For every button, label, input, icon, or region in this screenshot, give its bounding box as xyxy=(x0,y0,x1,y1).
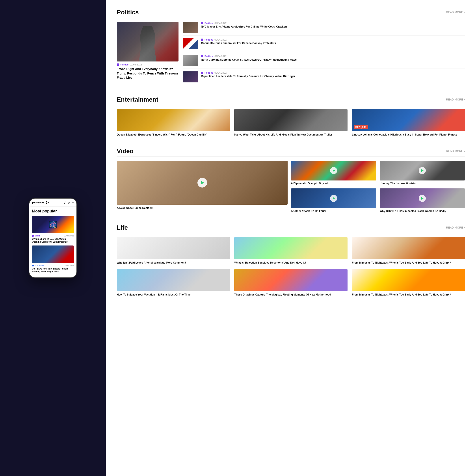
video-play-btn-3[interactable] xyxy=(330,195,337,202)
politics-sidebar-title-2[interactable]: GoFundMe Ends Fundraiser For Canada Conv… xyxy=(201,42,276,45)
politics-sidebar-meta-4: Politics 02/04/2022 xyxy=(201,71,295,74)
politics-sidebar-dot-3 xyxy=(201,55,203,57)
ent-title-3: Lindsay Lohan's Comeback Is Hilariously … xyxy=(352,133,465,137)
life-item-2[interactable]: What Is 'Rejection Sensitive Dysphoria' … xyxy=(234,237,347,265)
price-badge: $175,000 xyxy=(354,125,368,129)
life-grid: Why Isn't Paid Leave After Miscarriage M… xyxy=(117,237,465,297)
video-side-item-1[interactable]: A Diplomatic Olympic Boycott xyxy=(291,161,376,185)
phone-article-2-title[interactable]: U.S. Says New Intel Shows Russia Plottin… xyxy=(32,267,74,273)
video-side-item-4[interactable]: Why COVID-19 Has Impacted Black Women So… xyxy=(380,188,465,213)
politics-sidebar-cat-1: Politics xyxy=(204,22,213,24)
politics-sidebar-title-4[interactable]: Republican Leaders Vote To Formally Cens… xyxy=(201,75,295,78)
video-side-item-2[interactable]: Hunting The Insurrectionists xyxy=(380,161,465,185)
politics-sidebar-item-2[interactable]: Politics 02/04/2022 GoFundMe Ends Fundra… xyxy=(183,38,465,52)
politics-sidebar-cat-3: Politics xyxy=(204,55,213,57)
politics-main-date: 02/04/2022 xyxy=(130,63,142,66)
phone-article-1-meta: Sport 02/04/2022 xyxy=(32,235,74,237)
politics-sidebar-meta-3: Politics 02/04/2022 xyxy=(201,55,297,57)
life-item-3[interactable]: From Mimosas To Nightcaps, When's Too Ea… xyxy=(352,237,465,265)
politics-main-category-label: Politics xyxy=(120,63,128,66)
video-thumb-2 xyxy=(380,161,465,181)
life-item-4[interactable]: How To Salvage Your Vacation If It Rains… xyxy=(117,269,230,297)
ent-item-3[interactable]: $175,000 Lindsay Lohan's Comeback Is Hil… xyxy=(352,109,465,137)
ent-image-1 xyxy=(117,109,230,131)
video-play-btn-1[interactable] xyxy=(330,167,337,174)
politics-sidebar-item-4[interactable]: Politics 02/04/2022 Republican Leaders V… xyxy=(183,71,465,85)
politics-sidebar-thumb-3 xyxy=(183,55,198,66)
politics-sidebar-meta-2: Politics 02/04/2022 xyxy=(201,38,276,41)
politics-main-category: Politics xyxy=(117,63,128,66)
politics-read-more[interactable]: READ MORE › xyxy=(446,11,465,14)
politics-sidebar-item-3[interactable]: Politics 02/04/2022 North Carolina Supre… xyxy=(183,55,465,69)
search-icon[interactable]: ☌ xyxy=(64,201,66,204)
politics-sidebar-item-1[interactable]: Politics 02/04/2022 NYC Mayor Eric Adams… xyxy=(183,22,465,36)
user-icon[interactable]: ☺ xyxy=(67,201,70,204)
politics-title: Politics xyxy=(117,9,139,16)
life-image-1 xyxy=(117,237,230,259)
phone-header: ▮HUFFPOSTI ☌ ☺ ≡ xyxy=(29,199,76,207)
politics-grid: Politics 02/04/2022 'I Was Right And Eve… xyxy=(117,22,465,85)
politics-main-image xyxy=(117,22,178,62)
politics-sidebar-thumb-1 xyxy=(183,22,198,33)
video-side-title-2: Hunting The Insurrectionists xyxy=(380,182,465,185)
video-thumb-1 xyxy=(291,161,376,181)
life-image-6 xyxy=(352,269,465,291)
politics-section-header: Politics READ MORE › xyxy=(117,9,465,18)
life-title-2: What Is 'Rejection Sensitive Dysphoria' … xyxy=(234,261,347,265)
video-section: Video READ MORE › A New White House Resi… xyxy=(117,148,465,213)
video-read-more[interactable]: READ MORE › xyxy=(446,150,465,153)
politics-sidebar-date-2: 02/04/2022 xyxy=(214,38,226,41)
play-triangle-small-2 xyxy=(421,169,424,172)
phone-article-1[interactable]: Sport 02/04/2022 Olympic Fans In U.S. Ca… xyxy=(32,216,74,243)
politics-sidebar-content-2: Politics 02/04/2022 GoFundMe Ends Fundra… xyxy=(201,38,276,45)
video-grid: A New White House Resident A Diplomatic … xyxy=(117,161,465,213)
life-title-5: These Drawings Capture The Magical, Flee… xyxy=(234,293,347,297)
phone-article-1-date: 02/04/2022 xyxy=(64,235,74,237)
ent-item-1[interactable]: Queen Elizabeth Expresses 'Sincere Wish'… xyxy=(117,109,230,137)
life-item-5[interactable]: These Drawings Capture The Magical, Flee… xyxy=(234,269,347,297)
ent-item-2[interactable]: Kanye West Talks About His Life And 'God… xyxy=(234,109,347,137)
life-image-5 xyxy=(234,269,347,291)
entertainment-grid: Queen Elizabeth Expresses 'Sincere Wish'… xyxy=(117,109,465,137)
video-side-title-3: Another Attack On Dr. Fauci xyxy=(291,210,376,213)
politics-sidebar-title-3[interactable]: North Carolina Supreme Court Strikes Dow… xyxy=(201,58,297,62)
entertainment-read-more-arrow: › xyxy=(464,98,465,101)
politics-sidebar-meta-1: Politics 02/04/2022 xyxy=(201,22,288,24)
video-title: Video xyxy=(117,148,134,155)
politics-sidebar-thumb-2 xyxy=(183,38,198,49)
video-main-item[interactable]: A New White House Resident xyxy=(117,161,288,213)
entertainment-read-more[interactable]: READ MORE › xyxy=(446,98,465,101)
phone-article-1-title[interactable]: Olympic Fans In U.S. Can Watch Opening C… xyxy=(32,238,74,243)
trump-silhouette xyxy=(137,26,159,62)
life-title-6: From Mimosas To Nightcaps, When's Too Ea… xyxy=(352,293,465,297)
politics-main-article[interactable]: Politics 02/04/2022 'I Was Right And Eve… xyxy=(117,22,178,85)
news-content-panel: Politics READ MORE › Politics 02/04/2022 xyxy=(106,0,476,476)
life-section-header: Life READ MORE › xyxy=(117,224,465,233)
life-image-4 xyxy=(117,269,230,291)
video-main-play-button[interactable] xyxy=(197,178,207,187)
phone-logo: ▮HUFFPOSTI xyxy=(32,201,49,204)
life-item-6[interactable]: From Mimosas To Nightcaps, When's Too Ea… xyxy=(352,269,465,297)
life-read-more[interactable]: READ MORE › xyxy=(446,226,465,229)
phone-article-2[interactable]: U.S. News 02/04/2022 U.S. Says New Intel… xyxy=(32,245,74,273)
ent-title-1: Queen Elizabeth Expresses 'Sincere Wish'… xyxy=(117,133,230,137)
politics-main-title[interactable]: 'I Was Right And Everybody Knows It': Tr… xyxy=(117,67,178,80)
politics-sidebar-title-1[interactable]: NYC Mayor Eric Adams Apologizes For Call… xyxy=(201,25,288,29)
life-title: Life xyxy=(117,224,128,231)
menu-icon[interactable]: ≡ xyxy=(72,201,74,204)
play-triangle-small-4 xyxy=(421,197,424,200)
ent-title-2: Kanye West Talks About His Life And 'God… xyxy=(234,133,347,137)
phone-article-1-image xyxy=(32,216,74,233)
life-item-1[interactable]: Why Isn't Paid Leave After Miscarriage M… xyxy=(117,237,230,265)
phone-section-title: Most popular xyxy=(32,209,74,214)
phone-mockup-panel: ▮HUFFPOSTI ☌ ☺ ≡ Most popular Sport 02/0… xyxy=(0,0,106,476)
politics-sidebar-content-1: Politics 02/04/2022 NYC Mayor Eric Adams… xyxy=(201,22,288,29)
video-side-item-3[interactable]: Another Attack On Dr. Fauci xyxy=(291,188,376,213)
video-play-btn-4[interactable] xyxy=(419,195,426,202)
politics-sidebar-content-4: Politics 02/04/2022 Republican Leaders V… xyxy=(201,71,295,78)
logo-dot xyxy=(48,202,49,204)
video-play-btn-2[interactable] xyxy=(419,167,426,174)
video-side-title-1: A Diplomatic Olympic Boycott xyxy=(291,182,376,185)
phone-article-2-date: 02/04/2022 xyxy=(64,264,74,267)
politics-sidebar-dot-2 xyxy=(201,39,203,41)
